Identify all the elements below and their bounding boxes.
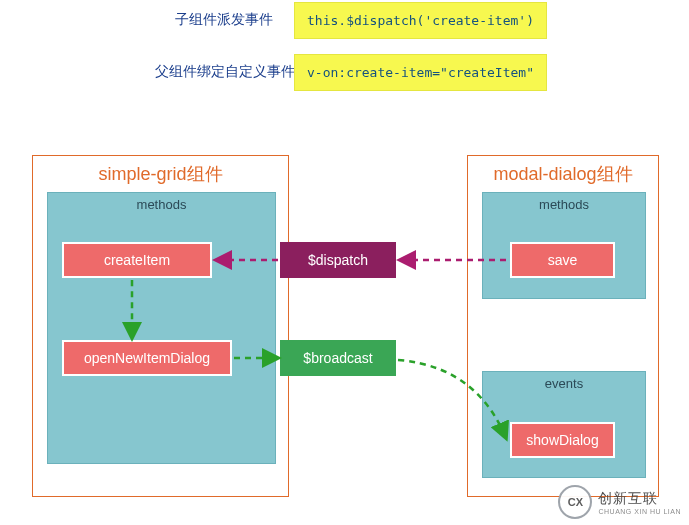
watermark: CX 创新互联 CHUANG XIN HU LIAN [558,485,681,519]
component-title-left: simple-grid组件 [33,162,288,186]
watermark-badge-icon: CX [558,485,592,519]
watermark-text: 创新互联 [598,490,658,506]
method-openNewItemDialog: openNewItemDialog [62,340,232,376]
method-save: save [510,242,615,278]
method-createItem: createItem [62,242,212,278]
event-showDialog: showDialog [510,422,615,458]
code-bind: v-on:create-item="createItem" [294,54,547,91]
code-dispatch: this.$dispatch('create-item') [294,2,547,39]
header-label-bind: 父组件绑定自定义事件 [155,63,295,81]
message-dispatch: $dispatch [280,242,396,278]
panel-title-events-right: events [483,376,645,391]
message-broadcast: $broadcast [280,340,396,376]
component-simple-grid: simple-grid组件 methods [32,155,289,497]
header-label-dispatch: 子组件派发事件 [175,11,273,29]
panel-methods-left: methods [47,192,276,464]
watermark-sub: CHUANG XIN HU LIAN [598,508,681,515]
panel-title-methods-left: methods [48,197,275,212]
component-title-right: modal-dialog组件 [468,162,658,186]
panel-title-methods-right: methods [483,197,645,212]
